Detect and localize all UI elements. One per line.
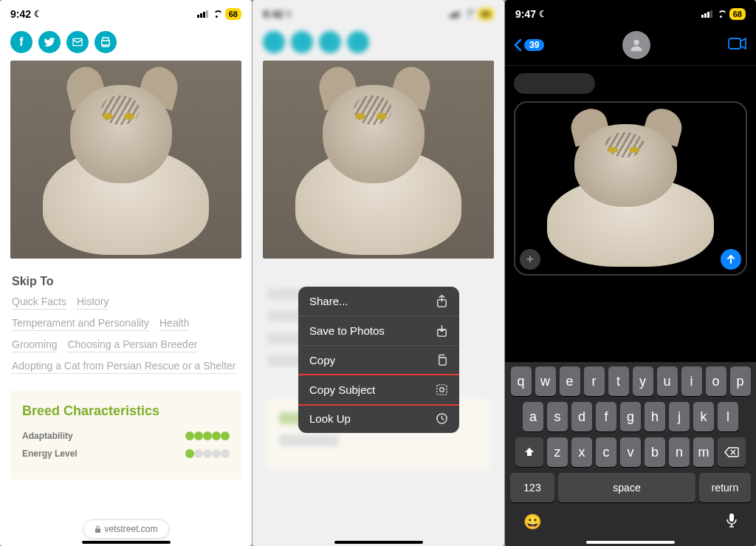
key-w[interactable]: w [535, 366, 556, 396]
safari-screenshot: 9:42☾ 68 f Skip To Quick FactsHistoryTem… [0, 0, 252, 546]
svg-rect-4 [437, 385, 447, 395]
key-l[interactable]: l [718, 402, 738, 431]
ctx-look-up[interactable]: Look Up [298, 404, 459, 433]
key-i[interactable]: i [681, 366, 702, 396]
key-z[interactable]: z [547, 437, 568, 467]
key-o[interactable]: o [706, 366, 726, 396]
key-x[interactable]: x [571, 437, 592, 467]
facetime-button[interactable] [728, 37, 747, 53]
facebook-icon[interactable]: f [10, 31, 32, 53]
send-button[interactable] [721, 249, 741, 270]
numbers-key[interactable]: 123 [510, 473, 554, 502]
trait-score [185, 431, 230, 440]
url-text: vetstreet.com [104, 524, 157, 534]
ctx-share-[interactable]: Share... [298, 287, 459, 316]
selected-image[interactable] [263, 61, 494, 259]
key-m[interactable]: m [693, 437, 714, 467]
key-d[interactable]: d [571, 402, 592, 431]
key-g[interactable]: g [620, 402, 641, 431]
breed-characteristics-card: Breed Characteristics AdaptabilityEnergy… [10, 390, 241, 480]
skip-link[interactable]: History [77, 296, 109, 310]
key-c[interactable]: c [596, 437, 616, 467]
key-e[interactable]: e [560, 366, 580, 396]
wifi-icon [211, 10, 222, 18]
context-menu-screenshot: 9:42☾ 68 Share...Save to PhotosCopyCopy … [252, 0, 504, 546]
social-share-row: f [0, 27, 252, 61]
key-p[interactable]: p [730, 366, 751, 396]
skip-link[interactable]: Quick Facts [12, 296, 66, 310]
print-icon[interactable] [94, 31, 117, 53]
key-v[interactable]: v [620, 437, 641, 467]
ctx-copy[interactable]: Copy [298, 346, 459, 375]
space-key[interactable]: space [558, 473, 695, 502]
statusbar: 9:42☾ 68 [0, 0, 252, 27]
trait-row: Adaptability [22, 431, 230, 441]
unread-badge: 39 [524, 39, 544, 51]
key-f[interactable]: f [596, 402, 616, 431]
key-r[interactable]: r [584, 366, 605, 396]
ctx-save-to-photos[interactable]: Save to Photos [298, 316, 459, 346]
key-a[interactable]: a [523, 402, 543, 431]
trait-row: Energy Level [22, 448, 230, 459]
skip-to-links: Quick FactsHistoryTemperament and Person… [0, 296, 252, 384]
article-hero-image[interactable] [10, 61, 241, 259]
key-n[interactable]: n [669, 437, 690, 467]
shift-key[interactable] [515, 437, 543, 467]
safari-address-bar[interactable]: vetstreet.com [83, 519, 168, 539]
key-h[interactable]: h [645, 402, 665, 431]
battery-badge: 68 [225, 8, 241, 20]
messages-header: 39 [505, 27, 756, 66]
statusbar: 9:47☾ 68 [505, 0, 756, 27]
dnd-moon-icon: ☾ [539, 9, 547, 19]
image-context-menu: Share...Save to PhotosCopyCopy SubjectLo… [298, 287, 459, 433]
conversation-body: + [505, 66, 756, 283]
key-s[interactable]: s [547, 402, 568, 431]
email-icon[interactable] [66, 31, 89, 53]
ios-keyboard: qwertyuiop asdfghjkl zxcvbnm 123 space r… [505, 362, 756, 546]
skip-link[interactable]: Temperament and Personality [12, 317, 149, 331]
battery-badge: 68 [478, 8, 494, 20]
time: 9:42 [263, 8, 284, 20]
compose-field[interactable]: + [514, 101, 747, 276]
cellular-icon [450, 10, 461, 18]
home-indicator[interactable] [334, 541, 423, 544]
key-k[interactable]: k [693, 402, 714, 431]
lock-icon [94, 525, 100, 533]
contact-avatar[interactable] [622, 31, 650, 59]
chevron-left-icon [514, 38, 522, 52]
wifi-icon [464, 10, 475, 18]
home-indicator[interactable] [82, 541, 171, 544]
svg-rect-8 [729, 38, 740, 49]
pasted-image-attachment[interactable] [520, 107, 741, 270]
delete-key[interactable] [718, 437, 746, 467]
svg-point-5 [440, 388, 444, 392]
key-q[interactable]: q [511, 366, 532, 396]
key-u[interactable]: u [657, 366, 678, 396]
key-t[interactable]: t [608, 366, 629, 396]
home-indicator[interactable] [586, 541, 675, 544]
skip-link[interactable]: Grooming [12, 338, 57, 352]
return-key[interactable]: return [699, 473, 751, 502]
key-b[interactable]: b [645, 437, 665, 467]
skip-link[interactable]: Health [159, 317, 189, 331]
twitter-icon[interactable] [38, 31, 61, 53]
svg-rect-9 [729, 513, 734, 522]
svg-rect-0 [94, 528, 100, 532]
svg-rect-3 [439, 358, 446, 365]
add-attachment-button[interactable]: + [520, 249, 540, 270]
ctx-copy-subject[interactable]: Copy Subject [298, 374, 459, 406]
trait-score [185, 449, 230, 458]
trait-label: Energy Level [22, 448, 78, 459]
key-y[interactable]: y [633, 366, 653, 396]
trait-label: Adaptability [22, 431, 73, 441]
key-j[interactable]: j [669, 402, 690, 431]
skip-to-heading: Skip To [0, 259, 252, 296]
incoming-message[interactable] [514, 73, 595, 94]
emoji-key[interactable]: 😀 [523, 513, 542, 531]
skip-link[interactable]: Adopting a Cat from Persian Rescue or a … [12, 360, 236, 374]
cellular-icon [197, 10, 208, 18]
skip-link[interactable]: Choosing a Persian Breeder [67, 338, 197, 352]
messages-screenshot: 9:47☾ 68 39 + qwertyuiop asdfghjkl zxcvb… [505, 0, 756, 546]
back-button[interactable]: 39 [514, 38, 544, 52]
dictation-key[interactable] [726, 513, 738, 531]
